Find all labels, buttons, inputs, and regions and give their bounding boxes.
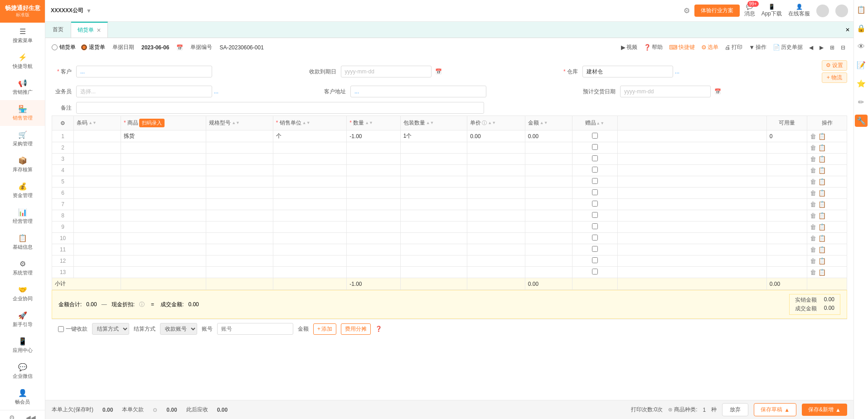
row-remark[interactable] <box>617 188 766 199</box>
sidebar-item-sales[interactable]: 🏪 销售管理 <box>0 100 45 126</box>
row-unit[interactable] <box>273 199 346 210</box>
row-barcode[interactable] <box>74 142 121 154</box>
customer-addr-input[interactable]: ... <box>350 86 486 97</box>
row-unit[interactable] <box>273 142 346 154</box>
copy-icon[interactable]: 📋 <box>818 144 826 151</box>
sidebar-item-finance[interactable]: 💰 资金管理 <box>0 178 45 203</box>
copy-icon[interactable]: 📋 <box>818 167 826 174</box>
row-spec[interactable] <box>206 255 273 267</box>
row-product[interactable] <box>121 267 206 278</box>
due-date-input[interactable]: yyyy-mm-dd <box>341 66 432 77</box>
sidebar-item-guide[interactable]: 🚀 新手引导 <box>0 307 45 332</box>
row-product[interactable] <box>121 222 206 233</box>
gift-checkbox[interactable] <box>592 178 598 184</box>
message-badge-btn[interactable]: 💬 99+ 消息 <box>744 4 755 18</box>
delete-icon[interactable]: 🗑 <box>810 201 816 208</box>
video-btn[interactable]: ▶ 视频 <box>619 43 639 52</box>
sidebar-item-member[interactable]: 👤 畅会员 <box>0 384 45 410</box>
row-gift[interactable] <box>572 210 617 222</box>
row-amount[interactable] <box>525 233 572 244</box>
topbar-settings-icon[interactable]: ⚙ <box>684 6 690 15</box>
sidebar-item-quick-nav[interactable]: ⚡ 快捷导航 <box>0 48 45 74</box>
row-barcode[interactable] <box>74 176 121 188</box>
sidebar-item-purchase[interactable]: 🛒 采购管理 <box>0 126 45 152</box>
expected-date-calendar-icon[interactable]: 📅 <box>714 88 721 95</box>
copy-icon[interactable]: 📋 <box>818 189 826 197</box>
row-price[interactable] <box>467 142 525 154</box>
sidebar-item-search[interactable]: ☰ 搜索菜单 <box>0 23 45 48</box>
row-gift[interactable] <box>572 142 617 154</box>
delete-icon[interactable]: 🗑 <box>810 178 816 185</box>
radio-return-input[interactable] <box>81 44 87 50</box>
row-qty[interactable] <box>347 233 400 244</box>
row-price[interactable] <box>467 165 525 176</box>
print-btn[interactable]: 🖨 打印 <box>723 43 744 52</box>
next-btn[interactable]: ▶ <box>818 43 825 52</box>
copy-icon[interactable]: 📋 <box>818 235 826 242</box>
save-new-button[interactable]: 保存&新增 ▲ <box>802 404 847 416</box>
row-unit[interactable] <box>273 267 346 278</box>
right-panel-icon-2[interactable]: 👁 <box>856 41 867 53</box>
row-pack-qty[interactable] <box>400 267 467 278</box>
scan-btn[interactable]: 扫码录入 <box>139 119 165 127</box>
online-service-btn[interactable]: 👤 在线客服 <box>788 4 810 18</box>
row-product[interactable] <box>121 176 206 188</box>
row-unit[interactable] <box>273 210 346 222</box>
delete-icon[interactable]: 🗑 <box>810 269 816 276</box>
row-price[interactable] <box>467 255 525 267</box>
account-num-input[interactable] <box>217 323 293 335</box>
row-product[interactable] <box>121 210 206 222</box>
row-unit[interactable] <box>273 222 346 233</box>
row-unit[interactable] <box>273 176 346 188</box>
grid2-btn[interactable]: ⊟ <box>839 43 847 52</box>
gift-checkbox[interactable] <box>592 246 598 252</box>
sidebar-item-marketing[interactable]: 📢 营销推广 <box>0 74 45 100</box>
row-qty[interactable] <box>347 210 400 222</box>
row-amount[interactable] <box>525 154 572 165</box>
row-qty[interactable] <box>347 255 400 267</box>
help-btn[interactable]: ❓ 帮助 <box>642 43 664 52</box>
expense-help-icon[interactable]: ❓ <box>375 326 382 332</box>
logistics-btn[interactable]: + 物流 <box>822 72 847 83</box>
warehouse-input[interactable]: 建材仓 <box>582 66 673 77</box>
shortcut-btn[interactable]: ⌨ 快捷键 <box>667 43 697 52</box>
row-product[interactable] <box>121 199 206 210</box>
row-spec[interactable] <box>206 233 273 244</box>
right-panel-icon-3[interactable]: 📝 <box>855 59 868 71</box>
row-remark[interactable] <box>617 142 766 154</box>
row-qty[interactable] <box>347 154 400 165</box>
sidebar-item-system[interactable]: ⚙ 系统管理 <box>0 255 45 281</box>
right-panel-icon-0[interactable]: 📋 <box>855 4 868 16</box>
row-product[interactable] <box>121 244 206 255</box>
gift-checkbox[interactable] <box>592 133 598 139</box>
row-barcode[interactable] <box>74 199 121 210</box>
row-product[interactable] <box>121 188 206 199</box>
row-pack-qty[interactable] <box>400 188 467 199</box>
row-barcode[interactable] <box>74 188 121 199</box>
row-pack-qty[interactable] <box>400 176 467 188</box>
right-panel-icon-5[interactable]: ✏ <box>856 96 866 108</box>
row-barcode[interactable] <box>74 233 121 244</box>
row-price[interactable] <box>467 154 525 165</box>
save-draft-button[interactable]: 保存草稿 ▲ <box>754 403 796 416</box>
delete-icon[interactable]: 🗑 <box>810 133 816 140</box>
copy-icon[interactable]: 📋 <box>818 257 826 265</box>
right-panel-icon-4[interactable]: ⭐ <box>855 77 868 90</box>
sidebar-collapse-icon[interactable]: ◀◀ <box>26 414 36 419</box>
row-price[interactable] <box>467 199 525 210</box>
row-pack-qty[interactable] <box>400 222 467 233</box>
row-gift[interactable] <box>572 244 617 255</box>
row-spec[interactable] <box>206 244 273 255</box>
tab-close-main[interactable]: ✕ <box>845 27 853 33</box>
sidebar-item-basic[interactable]: 📋 基础信息 <box>0 229 45 255</box>
row-barcode[interactable] <box>74 130 121 142</box>
gift-checkbox[interactable] <box>592 144 598 150</box>
row-barcode[interactable] <box>74 154 121 165</box>
copy-icon[interactable]: 📋 <box>818 269 826 276</box>
expense-btn[interactable]: 费用分摊 <box>341 323 371 335</box>
row-pack-qty[interactable] <box>400 142 467 154</box>
expected-date-input[interactable]: yyyy-mm-dd <box>620 86 711 97</box>
row-amount[interactable] <box>525 165 572 176</box>
gift-checkbox[interactable] <box>592 223 598 229</box>
delete-icon[interactable]: 🗑 <box>810 189 816 197</box>
